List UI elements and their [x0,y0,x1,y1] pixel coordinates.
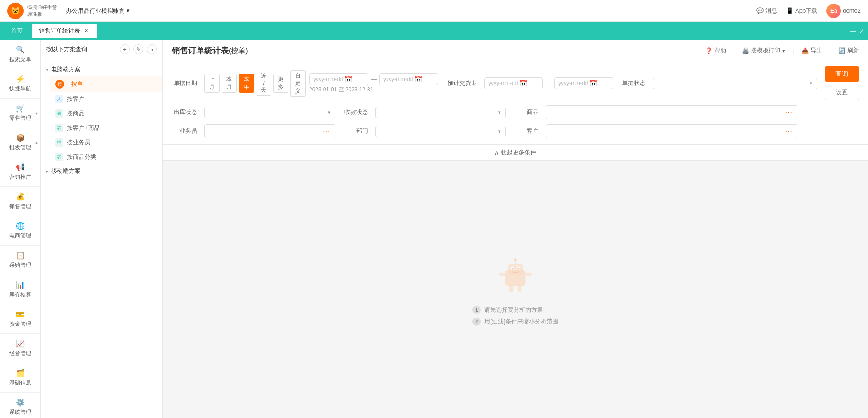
salesperson-select[interactable]: ··· [204,124,335,138]
svg-rect-6 [499,272,505,276]
date-from-input[interactable]: yyyy-mm-dd 📅 [309,73,368,85]
sidebar-item-system[interactable]: ⚙️ 系统管理 [0,393,40,418]
retail-arrow [35,111,38,116]
department-arrow [498,128,501,134]
payment-status-label: 收款状态 [343,108,368,116]
refresh-btn[interactable]: 🔄 刷新 [838,47,859,55]
scheme-add-btn[interactable]: + [120,44,130,54]
sidebar-item-basic[interactable]: 🗂️ 基础信息 [0,363,40,393]
window-minimize-btn[interactable]: — [850,28,856,34]
delivery-status-select[interactable] [204,107,335,118]
message-icon: 💬 [756,7,764,14]
template-print-btn[interactable]: 🖨️ 按模板打印 [742,47,785,55]
logo-text: 畅捷通好生意 标准版 [27,4,57,17]
expected-date-label: 预计交货期 [445,79,477,87]
quicknav-icon: ⚡ [16,75,25,83]
expected-date-to-input[interactable]: yyyy-mm-dd 📅 [554,77,613,89]
setting-button[interactable]: 设置 [825,85,859,100]
scheme-item-by-category[interactable]: 表 按商品分类 [50,150,162,164]
export-btn[interactable]: 📤 导出 [802,47,822,55]
scheme-item-by-customer-product[interactable]: 表 按客户+商品 [50,121,162,135]
date-filter-control: 上月 本月 本年 近7天 更多 自定义 yyyy-mm-dd 📅 [204,70,438,97]
query-panel: 销售订单统计表(按单) ❓ 帮助 | 🖨️ 按模板打印 | 📤 [163,40,868,418]
scheme-list: ▾ 电脑端方案 按 按单 人 按客户 表 [41,59,162,181]
expected-date-control: yyyy-mm-dd 📅 — yyyy-mm-dd 📅 [484,77,613,89]
goods-more-icon[interactable]: ··· [785,108,793,116]
tab-bar: 首页 销售订单统计表 × — ⤢ [0,22,868,40]
payment-status-select[interactable] [375,107,506,118]
filter-row-1: 单据日期 上月 本月 本年 近7天 更多 自定义 [172,66,859,100]
customer-select[interactable]: ··· [546,124,797,138]
basic-icon: 🗂️ [16,369,25,377]
refresh-icon: 🔄 [838,48,845,54]
collapse-up-icon: ∧ [495,149,499,156]
svg-point-4 [512,268,514,270]
filter-row-3: 业务员 ··· 部门 客户 ··· [172,124,859,138]
status-select[interactable] [653,78,817,89]
scheme-icon-by-order: 按 [55,80,64,89]
export-icon: 📤 [802,48,809,54]
wholesale-arrow [35,140,38,145]
department-label: 部门 [343,127,368,135]
tab-close-icon[interactable]: × [83,27,90,34]
collapse-bar[interactable]: ∧ 收起更多条件 [163,145,868,161]
salesperson-more-icon[interactable]: ··· [323,127,330,135]
scheme-group-mobile: ▸ 移动端方案 [41,164,162,178]
tab-bar-actions: — ⤢ [850,28,864,34]
scheme-collapse-btn[interactable]: « [147,44,157,54]
sidebar-item-finance[interactable]: 💳 资金管理 [0,304,40,334]
expected-date-from-input[interactable]: yyyy-mm-dd 📅 [484,77,543,89]
scheme-mobile-group-header[interactable]: ▸ 移动端方案 [41,164,162,178]
sales-icon: 💰 [16,192,25,201]
scheme-item-by-product[interactable]: 表 按商品 [50,106,162,121]
scheme-desktop-group-header[interactable]: ▾ 电脑端方案 [41,63,162,76]
tab-home[interactable]: 首页 [4,24,30,38]
scheme-item-by-salesperson[interactable]: 柱 按业务员 [50,135,162,150]
user-profile[interactable]: Ea demo2 [826,4,861,18]
department-select[interactable] [375,126,506,137]
help-btn[interactable]: ❓ 帮助 [705,47,726,55]
sidebar-item-purchase[interactable]: 📋 采购管理 [0,246,40,275]
payment-status-arrow [498,109,501,115]
sidebar-item-sales[interactable]: 💰 销售管理 [0,187,40,216]
logo-area: 🐱 畅捷通好生意 标准版 [7,3,57,19]
company-selector-chevron [127,7,130,14]
query-button[interactable]: 查询 [825,66,859,82]
user-avatar: Ea [826,4,841,18]
sidebar-item-marketing[interactable]: 📢 营销推广 [0,157,40,187]
main-layout: 🔍 搜索菜单 ⚡ 快捷导航 🛒 零售管理 📦 批发管理 📢 营销推广 💰 销售管… [0,40,868,418]
empty-content: 1 请先选择要分析的方案 2 用[过滤]条件来缩小分析范围 [472,253,558,326]
scheme-item-by-customer[interactable]: 人 按客户 [50,92,162,106]
app-download-btn[interactable]: 📱 App下载 [786,7,817,15]
sidebar-item-retail[interactable]: 🛒 零售管理 [0,99,40,128]
message-btn[interactable]: 💬 消息 [756,7,777,15]
date-to-input[interactable]: yyyy-mm-dd 📅 [379,73,438,85]
sidebar-item-inventory[interactable]: 📊 库存核算 [0,275,40,304]
empty-state: 1 请先选择要分析的方案 2 用[过滤]条件来缩小分析范围 [163,161,868,418]
sidebar-item-quicknav[interactable]: ⚡ 快捷导航 [0,69,40,99]
sidebar-item-wholesale[interactable]: 📦 批发管理 [0,128,40,157]
status-select-arrow [810,81,812,86]
svg-rect-8 [509,285,513,291]
window-maximize-btn[interactable]: ⤢ [859,28,864,34]
scheme-panel-header: 按以下方案查询 + ✎ « [41,40,162,59]
date-btn-more[interactable]: 更多 [273,74,288,93]
date-btn-custom[interactable]: 自定义 [290,70,306,97]
goods-select[interactable]: ··· [546,105,797,119]
scheme-item-by-order[interactable]: 按 按单 [50,76,162,92]
sidebar-item-search[interactable]: 🔍 搜索菜单 [0,40,40,69]
svg-point-5 [517,268,519,270]
customer-more-icon[interactable]: ··· [785,127,793,135]
company-selector[interactable]: 办公用品行业模拟账套 [62,5,133,17]
date-btn-last-month[interactable]: 上月 [204,74,220,93]
expected-from-cal-icon: 📅 [519,80,527,87]
app-download-icon: 📱 [786,7,793,14]
sidebar-item-operation[interactable]: 📈 经营管理 [0,334,40,363]
sidebar-item-ecommerce[interactable]: 🌐 电商管理 [0,216,40,246]
date-btn-last7days[interactable]: 近7天 [256,71,271,96]
date-btn-this-month[interactable]: 本月 [222,74,237,93]
date-btn-this-year[interactable]: 本年 [239,74,254,93]
tab-sales-stats[interactable]: 销售订单统计表 × [32,24,97,38]
scheme-edit-btn[interactable]: ✎ [133,44,143,54]
scheme-icon-by-customer-product: 表 [55,124,63,132]
